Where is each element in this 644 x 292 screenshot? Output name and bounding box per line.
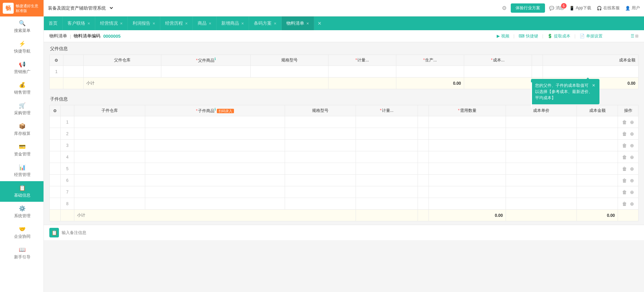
parent-cell-warehouse[interactable] <box>84 66 161 78</box>
prev-arrow[interactable]: ◀ <box>609 34 617 38</box>
child-cell-unit[interactable] <box>356 128 418 140</box>
sidebar-item-guide[interactable]: 📖新手引导 <box>0 243 44 264</box>
delete-icon[interactable]: 🗑 <box>621 119 628 125</box>
tab-profit[interactable]: 利润报告✕ <box>128 16 160 30</box>
child-cell-unit[interactable] <box>356 140 418 151</box>
tooltip-close-btn[interactable]: ✕ <box>592 82 595 89</box>
note-input[interactable] <box>62 230 639 235</box>
grid-view-icon[interactable]: ⊞ <box>635 34 639 38</box>
parent-cell-unit[interactable] <box>328 66 396 78</box>
child-cell-qty[interactable] <box>429 186 506 198</box>
child-cell-warehouse[interactable] <box>74 163 145 175</box>
delete-icon[interactable]: 🗑 <box>621 131 628 137</box>
tab-close-operations[interactable]: ✕ <box>120 22 123 25</box>
child-cell-product[interactable] <box>145 128 285 140</box>
child-cell-unit[interactable] <box>356 151 418 163</box>
app-download-btn[interactable]: 📱 App下载 <box>569 5 591 11</box>
toolbar-view[interactable]: ▶ 视频 <box>497 33 509 39</box>
next-arrow[interactable]: ▶ <box>618 34 625 38</box>
child-cell-unit[interactable] <box>356 163 418 175</box>
child-cell-warehouse[interactable] <box>74 128 145 140</box>
tab-customer[interactable]: 客户联络✕ <box>63 16 95 30</box>
list-view-icon[interactable]: ☰ <box>631 34 634 38</box>
sidebar-item-inventory[interactable]: 📦库存核算 <box>0 119 44 140</box>
sidebar-item-sales[interactable]: 💰销售管理 <box>0 78 44 99</box>
tab-new_products[interactable]: 新增商品✕ <box>216 16 249 30</box>
scan-badge[interactable]: 扫码录入 <box>217 109 234 113</box>
copy-icon[interactable]: ⊕ <box>629 131 635 137</box>
child-cell-warehouse[interactable] <box>74 198 145 210</box>
child-cell-spec[interactable] <box>285 186 356 198</box>
child-cell-warehouse[interactable] <box>74 186 145 198</box>
parent-cell-production[interactable] <box>396 66 464 78</box>
toolbar-settings[interactable]: 📄 单据设置 <box>580 33 603 39</box>
experience-btn[interactable]: 体验行业方案 <box>511 3 545 13</box>
tab-home[interactable]: 首页 <box>44 16 63 30</box>
child-cell-qty[interactable] <box>429 116 506 128</box>
child-cell-product[interactable] <box>145 175 285 186</box>
sidebar-item-purchase[interactable]: 🛒采购管理 <box>0 99 44 119</box>
child-cell-spec[interactable] <box>285 116 356 128</box>
tab-bar-close[interactable]: ✕ <box>314 21 325 26</box>
child-cell-unit[interactable] <box>356 198 418 210</box>
system-selector[interactable] <box>107 5 114 11</box>
sidebar-item-finance[interactable]: 💳资金管理 <box>0 140 44 161</box>
parent-cell-spec[interactable] <box>250 66 328 78</box>
child-cell-unit[interactable] <box>356 116 418 128</box>
child-cell-spec[interactable] <box>285 163 356 175</box>
parent-cell-product[interactable] <box>161 66 251 78</box>
child-cell-unit-cost[interactable] <box>506 175 577 186</box>
tab-close-history[interactable]: ✕ <box>185 22 188 25</box>
copy-icon[interactable]: ⊕ <box>629 154 635 160</box>
copy-icon[interactable]: ⊕ <box>629 119 635 125</box>
sidebar-item-search[interactable]: 🔍搜索菜单 <box>0 16 44 37</box>
sidebar-item-quick-nav[interactable]: ⚡快捷导航 <box>0 37 44 58</box>
child-cell-qty[interactable] <box>429 140 506 151</box>
tab-close-new_products[interactable]: ✕ <box>241 22 244 25</box>
child-cell-spec[interactable] <box>285 151 356 163</box>
tab-close-bom[interactable]: ✕ <box>306 22 309 25</box>
tab-operations[interactable]: 经营情况✕ <box>95 16 128 30</box>
tab-close-profit[interactable]: ✕ <box>152 22 155 25</box>
child-cell-product[interactable] <box>145 116 285 128</box>
child-cell-warehouse[interactable] <box>74 151 145 163</box>
child-cell-product[interactable] <box>145 163 285 175</box>
sidebar-item-basic-info[interactable]: 📋基础信息 <box>0 181 44 202</box>
child-cell-product[interactable] <box>145 186 285 198</box>
settings-icon[interactable]: ⚙ <box>502 5 507 11</box>
copy-icon[interactable]: ⊕ <box>629 142 635 149</box>
online-service-btn[interactable]: 🎧 在线客服 <box>597 5 620 11</box>
tab-close-customer[interactable]: ✕ <box>87 22 90 25</box>
tab-close-products[interactable]: ✕ <box>209 22 211 25</box>
delete-icon[interactable]: 🗑 <box>621 166 628 172</box>
child-cell-qty[interactable] <box>429 128 506 140</box>
tab-history[interactable]: 经营历程✕ <box>160 16 193 30</box>
child-cell-qty[interactable] <box>429 163 506 175</box>
delete-icon[interactable]: 🗑 <box>621 189 628 195</box>
copy-icon[interactable]: ⊕ <box>629 166 635 172</box>
child-cell-qty[interactable] <box>429 198 506 210</box>
child-cell-unit-cost[interactable] <box>506 198 577 210</box>
child-cell-spec[interactable] <box>285 175 356 186</box>
child-cell-unit-cost[interactable] <box>506 116 577 128</box>
delete-icon[interactable]: 🗑 <box>621 154 628 160</box>
tab-close-barcode[interactable]: ✕ <box>274 22 276 25</box>
copy-icon[interactable]: ⊕ <box>629 177 635 184</box>
tab-barcode[interactable]: 条码方案✕ <box>249 16 282 30</box>
child-cell-unit-cost[interactable] <box>506 140 577 151</box>
child-cell-spec[interactable] <box>285 198 356 210</box>
child-cell-product[interactable] <box>145 198 285 210</box>
child-cell-unit-cost[interactable] <box>506 186 577 198</box>
child-cell-spec[interactable] <box>285 140 356 151</box>
child-cell-unit-cost[interactable] <box>506 151 577 163</box>
sidebar-item-operations-mgr[interactable]: 📊经营管理 <box>0 161 44 181</box>
user-btn[interactable]: 👤 用户 <box>625 5 640 11</box>
tab-bom[interactable]: 物料清单✕ <box>282 16 314 30</box>
tab-products[interactable]: 商品✕ <box>193 16 216 30</box>
delete-icon[interactable]: 🗑 <box>621 142 628 149</box>
child-cell-qty[interactable] <box>429 151 506 163</box>
delete-icon[interactable]: 🗑 <box>621 177 628 184</box>
toolbar-cost[interactable]: 💲 提取成本 <box>547 33 570 39</box>
child-cell-unit-cost[interactable] <box>506 128 577 140</box>
child-cell-unit[interactable] <box>356 175 418 186</box>
